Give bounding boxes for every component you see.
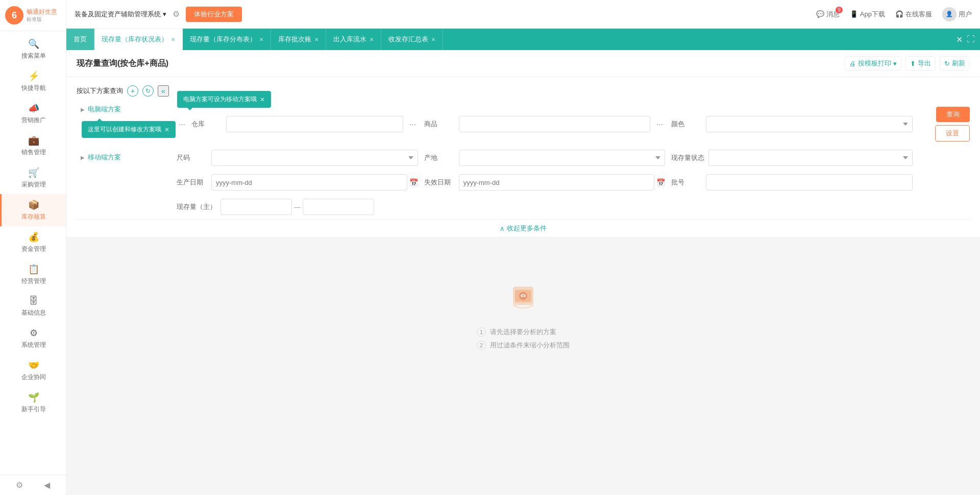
empty-tip-2: 2 用过滤条件来缩小分析范围 [477,341,570,350]
export-button[interactable]: ⬆ 导出 [905,56,936,70]
filter-add-button[interactable]: + [127,85,138,97]
sidebar-item-inventory[interactable]: 📦 库存核算 [0,194,66,226]
warehouse-more-dots[interactable]: ⋯ [407,121,418,128]
calendar-icon[interactable]: 📅 [656,178,665,186]
close-icon[interactable]: ✕ [171,37,175,42]
sidebar-item-enterprise[interactable]: 🤝 企业协同 [0,355,66,387]
inventory-icon: 📦 [28,199,39,210]
tab-expand-button[interactable]: ⛶ [967,35,975,44]
sidebar: 6 畅通好生意 标准版 🔍 搜索菜单 ⚡ 快捷导航 📣 营销推广 💼 销售管理 … [0,0,66,495]
prod-date-input[interactable] [211,174,407,191]
tab-batch[interactable]: 库存批次账 ✕ [271,29,326,50]
industry-button[interactable]: 体验行业方案 [186,7,242,22]
app-download-action[interactable]: 📱 App下载 [850,10,885,19]
header: 装备及固定资产辅助管理系统 ▾ ⚙ 体验行业方案 💬 消息 9 📱 App下载 … [66,0,980,29]
sidebar-item-ops[interactable]: 📋 经营管理 [0,258,66,291]
tab-inout-label: 出入库流水 [333,35,366,44]
close-icon[interactable]: ✕ [370,37,374,42]
size-select-wrapper [211,150,418,166]
stock-status-select[interactable] [708,150,913,166]
app-name: 装备及固定资产辅助管理系统 [75,10,161,19]
origin-select[interactable] [459,150,666,166]
stock-main-input-to[interactable] [303,199,374,215]
exp-date-input[interactable] [459,174,655,191]
goods-label: 商品 [424,120,455,129]
batch-no-input[interactable] [706,174,913,191]
close-icon[interactable]: ✕ [314,37,318,42]
stock-main-input-from[interactable] [220,199,292,215]
tooltip-pc-text: 电脑方案可设为移动方案哦 [183,95,257,104]
sidebar-item-base[interactable]: 🗄 基础信息 [0,291,66,322]
gear-icon[interactable]: ⚙ [173,9,180,19]
filter-arrow-button[interactable]: « [158,85,169,97]
tab-inventory-dist[interactable]: 现存量（库存分布表） ✕ [183,29,271,50]
prod-date-wrapper: 📅 [211,174,418,191]
main-content: 现存量查询(按仓库+商品) 🖨 按模板打印 ▾ ⬆ 导出 ↻ 刷新 按以下方案查… [66,50,980,495]
print-label: 按模板打印 [858,59,891,68]
filter-label: 按以下方案查询 [77,86,123,96]
sidebar-item-label: 系统管理 [21,341,46,349]
logo-icon: 6 [5,6,23,25]
newbie-icon: 🌱 [28,392,39,403]
scheme-item-pc[interactable]: ▶ 电脑端方案 [77,103,168,116]
page-title: 现存量查询(按仓库+商品) [77,58,168,69]
query-button[interactable]: 查询 [936,107,970,122]
sidebar-item-sales[interactable]: 💼 销售管理 [0,130,66,162]
sidebar-item-label: 快捷导航 [21,84,46,92]
ops-icon: 📋 [28,264,39,275]
scheme-item-mobile[interactable]: ▶ 移动端方案 [77,151,168,164]
sidebar-item-system[interactable]: ⚙ 系统管理 [0,322,66,355]
tab-collect[interactable]: 收发存汇总表 ✕ [381,29,443,50]
app-selector[interactable]: 装备及固定资产辅助管理系统 ▾ [75,10,166,19]
goods-input[interactable] [459,116,651,132]
scheme-list-mobile: ▶ 移动端方案 [77,151,168,168]
export-label: 导出 [918,59,931,68]
size-select[interactable] [211,150,418,166]
stock-status-label: 现存量状态 [671,153,704,162]
stock-main-label: 现存量（主） [177,202,216,211]
message-action[interactable]: 💬 消息 9 [816,10,840,19]
sidebar-item-label: 销售管理 [21,148,46,157]
tab-inventory-status[interactable]: 现存量（库存状况表） ✕ [94,29,183,50]
support-action[interactable]: 🎧 在线客服 [895,10,932,19]
tabs-bar: 首页 现存量（库存状况表） ✕ 现存量（库存分布表） ✕ 库存批次账 ✕ 出入库… [66,29,980,50]
app-download-label: App下载 [860,10,885,19]
tooltip-close-icon[interactable]: ✕ [164,126,169,133]
tab-close-all-button[interactable]: ✕ [956,35,963,44]
close-icon[interactable]: ✕ [259,37,263,42]
sidebar-item-marketing[interactable]: 📣 营销推广 [0,98,66,130]
calendar-icon[interactable]: 📅 [409,178,418,186]
sidebar-item-purchase[interactable]: 🛒 采购管理 [0,162,66,194]
settings-button[interactable]: ⚙ [16,480,23,490]
collapse-sidebar-button[interactable]: ◀ [44,480,50,490]
system-icon: ⚙ [30,327,38,339]
filter-reset-button[interactable]: ↻ [142,85,154,97]
goods-more-dots[interactable]: ⋯ [654,121,665,128]
user-action[interactable]: 👤 用户 [942,7,972,21]
refresh-button[interactable]: ↻ 刷新 [940,56,970,70]
tooltip-close-icon[interactable]: ✕ [260,96,265,103]
filter-fields: ⋯ 仓库 ⋯ 商品 ⋯ 颜色 [177,103,970,219]
warehouse-input[interactable] [226,116,403,132]
tab-inout[interactable]: 出入库流水 ✕ [326,29,381,50]
filter-area: 按以下方案查询 + ↻ « 电脑方案可设为移动方案哦 ✕ ▶ [66,77,980,238]
filter-row-4: 现存量（主） — [177,195,970,219]
collapse-bar[interactable]: ∧ 收起更多条件 [77,219,970,237]
print-button[interactable]: 🖨 按模板打印 ▾ [845,56,901,70]
color-select[interactable] [706,116,913,132]
sidebar-item-quick[interactable]: ⚡ 快捷导航 [0,65,66,98]
sidebar-item-newbie[interactable]: 🌱 新手引导 [0,387,66,419]
reset-button[interactable]: 设置 [935,125,970,142]
sidebar-item-finance[interactable]: 💰 资金管理 [0,226,66,258]
stock-status-select-wrapper [708,150,913,166]
tabs-actions: ✕ ⛶ [951,29,980,50]
sidebar-item-search[interactable]: 🔍 搜索菜单 [0,33,66,65]
chevron-down-icon: ▾ [893,60,897,67]
range-dash: — [294,203,301,211]
warehouse-dots[interactable]: ⋯ [177,121,187,128]
origin-field: 产地 [424,150,666,166]
chevron-up-icon: ∧ [500,225,505,232]
enterprise-icon: 🤝 [28,360,39,371]
tab-home[interactable]: 首页 [66,29,94,50]
close-icon[interactable]: ✕ [431,37,435,42]
